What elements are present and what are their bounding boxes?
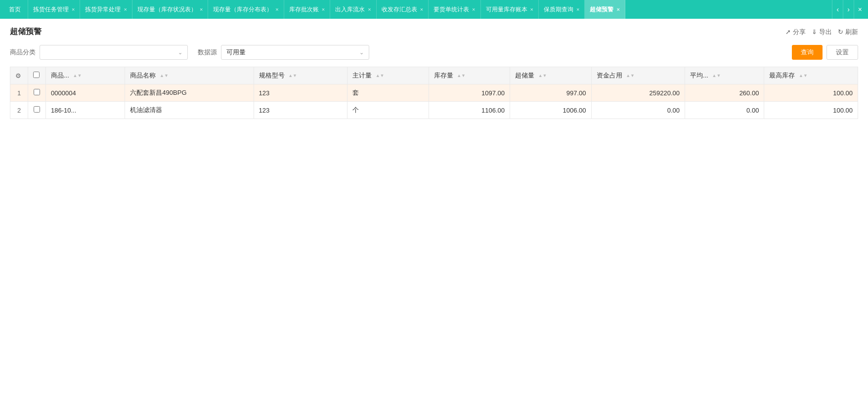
query-button[interactable]: 查询 [792, 45, 823, 60]
close-icon[interactable]: × [576, 6, 579, 12]
unit: 套 [347, 84, 429, 102]
datasource-label: 数据源 [198, 48, 217, 57]
sort-icon-max[interactable]: ▲▼ [799, 74, 808, 78]
capital-value: 259220.00 [591, 84, 685, 102]
category-label: 商品分类 [10, 48, 36, 57]
datasource-value: 可用量 [226, 48, 246, 57]
refresh-button[interactable]: ↻ 刷新 [838, 28, 858, 37]
nav-more-button[interactable]: × [854, 0, 866, 19]
export-button[interactable]: ⇓ 导出 [812, 28, 832, 37]
gear-icon[interactable]: ⚙ [15, 72, 21, 79]
select-all-checkbox[interactable] [33, 72, 40, 78]
product-code: 0000004 [46, 84, 125, 102]
avg-value: 260.00 [685, 84, 764, 102]
export-icon: ⇓ [812, 28, 817, 36]
share-button[interactable]: ➚ 分享 [785, 28, 806, 37]
sort-icon-spec[interactable]: ▲▼ [288, 74, 297, 78]
th-capital: 资金占用 ▲▼ [591, 67, 685, 84]
refresh-icon: ↻ [838, 28, 843, 36]
th-checkbox[interactable] [28, 67, 46, 84]
overstock-value: 997.00 [510, 84, 592, 102]
close-icon[interactable]: × [616, 6, 619, 12]
filter-actions: 查询 设置 [792, 45, 858, 60]
chevron-down-icon: ⌄ [178, 49, 182, 56]
sort-icon-capital[interactable]: ▲▼ [626, 74, 635, 78]
th-spec: 规格型号 ▲▼ [254, 67, 347, 84]
close-icon[interactable]: × [124, 6, 127, 12]
th-overstock: 超储量 ▲▼ [510, 67, 592, 84]
data-table: ⚙ 商品... ▲▼ 商品名称 ▲▼ 规格型号 ▲▼ 主计 [10, 67, 858, 119]
sort-icon-stock[interactable]: ▲▼ [457, 74, 466, 78]
stock-value: 1097.00 [429, 84, 510, 102]
th-stock: 库存量 ▲▼ [429, 67, 510, 84]
nav-tab-------[interactable]: 要货单统计表× [429, 0, 480, 19]
product-code: 186-10... [46, 102, 125, 119]
nav-tab-----[interactable]: 超储预警× [585, 0, 625, 19]
close-icon[interactable]: × [200, 6, 203, 12]
table-header-row: ⚙ 商品... ▲▼ 商品名称 ▲▼ 规格型号 ▲▼ 主计 [10, 67, 858, 84]
category-filter-group: 商品分类 ⌄ [10, 45, 188, 60]
stock-value: 1106.00 [429, 102, 510, 119]
nav-tab------[interactable]: 保质期查询× [539, 0, 585, 19]
close-icon[interactable]: × [368, 6, 371, 12]
close-icon[interactable]: × [420, 6, 423, 12]
nav-tab------[interactable]: 出入库流水× [330, 0, 376, 19]
table-body: 1 0000004 六配套新昌490BPG 123 套 1097.00 997.… [10, 84, 858, 119]
page-title: 超储预警 [10, 27, 42, 37]
table-header: ⚙ 商品... ▲▼ 商品名称 ▲▼ 规格型号 ▲▼ 主计 [10, 67, 858, 84]
top-nav: 首页 拣货任务管理×拣货异常处理×现存量（库存状况表）×现存量（库存分布表）×库… [0, 0, 868, 19]
close-icon[interactable]: × [530, 6, 533, 12]
max-stock-value: 100.00 [764, 102, 858, 119]
sort-icon-overstock[interactable]: ▲▼ [538, 74, 547, 78]
datasource-select[interactable]: 可用量 ⌄ [221, 45, 369, 60]
close-icon[interactable]: × [322, 6, 325, 12]
close-icon[interactable]: × [472, 6, 475, 12]
close-icon[interactable]: × [275, 6, 278, 12]
th-max-stock: 最高库存 ▲▼ [764, 67, 858, 84]
nav-tab-------[interactable]: 拣货任务管理× [28, 0, 80, 19]
product-name: 六配套新昌490BPG [125, 84, 254, 102]
th-avg: 平均... ▲▼ [685, 67, 764, 84]
nav-tab-------[interactable]: 收发存汇总表× [377, 0, 429, 19]
nav-tab------[interactable]: 库存批次账× [284, 0, 330, 19]
table-row: 1 0000004 六配套新昌490BPG 123 套 1097.00 997.… [10, 84, 858, 102]
header-actions: ➚ 分享 ⇓ 导出 ↻ 刷新 [785, 28, 858, 37]
sort-icon-name[interactable]: ▲▼ [160, 74, 169, 78]
sort-icon-avg[interactable]: ▲▼ [712, 74, 721, 78]
th-product-name: 商品名称 ▲▼ [125, 67, 254, 84]
nav-tab-home[interactable]: 首页 [2, 0, 28, 19]
sort-icon-unit[interactable]: ▲▼ [376, 74, 385, 78]
table-row: 2 186-10... 机油滤清器 123 个 1106.00 1006.00 … [10, 102, 858, 119]
nav-prev-button[interactable]: ‹ [832, 0, 843, 19]
chevron-down-icon-2: ⌄ [359, 49, 364, 56]
page-header: 超储预警 ➚ 分享 ⇓ 导出 ↻ 刷新 [10, 27, 858, 37]
overstock-value: 1006.00 [510, 102, 592, 119]
nav-tab--------[interactable]: 可用量库存账本× [481, 0, 539, 19]
row-checkbox[interactable] [34, 89, 40, 95]
settings-button[interactable]: 设置 [826, 45, 858, 60]
nav-tab-------[interactable]: 拣货异常处理× [80, 0, 132, 19]
page-content: 超储预警 ➚ 分享 ⇓ 导出 ↻ 刷新 商品分类 ⌄ 数据源 [0, 19, 868, 395]
row-number: 1 [10, 84, 28, 102]
th-product-code: 商品... ▲▼ [46, 67, 125, 84]
th-unit: 主计量 ▲▼ [347, 67, 429, 84]
product-name: 机油滤清器 [125, 102, 254, 119]
datasource-filter-group: 数据源 可用量 ⌄ [198, 45, 369, 60]
category-select[interactable]: ⌄ [40, 45, 188, 60]
capital-value: 0.00 [591, 102, 685, 119]
nav-tab-----------[interactable]: 现存量（库存分布表）× [208, 0, 284, 19]
row-checkbox-cell[interactable] [28, 84, 46, 102]
avg-value: 0.00 [685, 102, 764, 119]
close-icon[interactable]: × [72, 6, 75, 12]
sort-icon[interactable]: ▲▼ [73, 74, 82, 78]
max-stock-value: 100.00 [764, 84, 858, 102]
spec: 123 [254, 102, 347, 119]
th-gear[interactable]: ⚙ [10, 67, 28, 84]
nav-tab-----------[interactable]: 现存量（库存状况表）× [132, 0, 208, 19]
row-checkbox-cell[interactable] [28, 102, 46, 119]
unit: 个 [347, 102, 429, 119]
row-number: 2 [10, 102, 28, 119]
filter-row: 商品分类 ⌄ 数据源 可用量 ⌄ 查询 设置 [10, 45, 858, 60]
row-checkbox[interactable] [34, 106, 40, 113]
nav-next-button[interactable]: › [843, 0, 854, 19]
